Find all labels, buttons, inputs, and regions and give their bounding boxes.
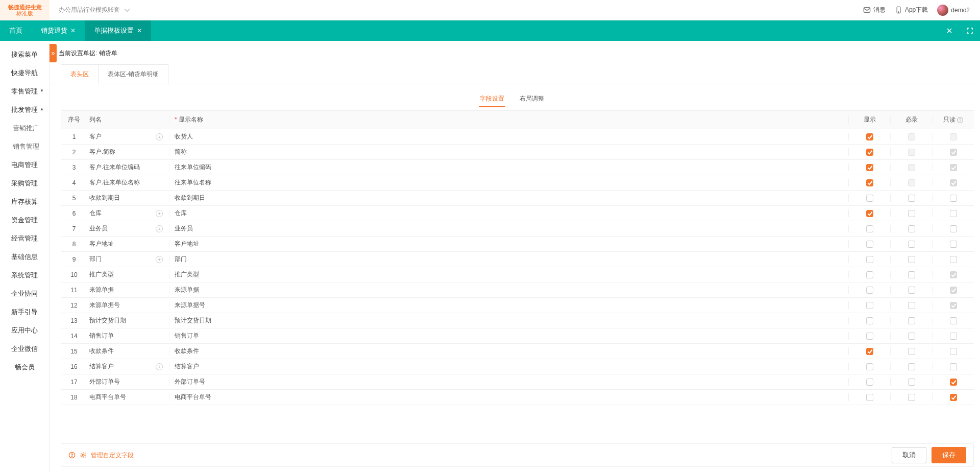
checkbox[interactable] [908, 363, 915, 370]
sidenav-item[interactable]: 搜索菜单 [0, 45, 49, 63]
checkbox[interactable] [866, 363, 873, 370]
checkbox[interactable] [908, 271, 915, 278]
sidenav-item[interactable]: 畅会员 [0, 358, 49, 376]
checkbox[interactable] [866, 195, 873, 202]
expand-sub-icon[interactable]: + [156, 225, 163, 232]
sidenav-item[interactable]: 新手引导 [0, 302, 49, 321]
area-tab[interactable]: 表体区-销货单明细 [99, 64, 168, 84]
cell-display-name[interactable]: 预计交货日期 [169, 316, 848, 325]
checkbox[interactable] [908, 317, 915, 324]
cell-display-name[interactable]: 外部订单号 [169, 377, 848, 386]
checkbox[interactable] [866, 317, 873, 324]
cell-display-name[interactable]: 仓库 [169, 209, 848, 218]
sidenav-item[interactable]: 基础信息 [0, 247, 49, 266]
sidenav-item[interactable]: 营销推广 [0, 119, 49, 137]
checkbox[interactable] [908, 348, 915, 355]
checkbox[interactable] [866, 133, 873, 140]
cell-display-name[interactable]: 电商平台单号 [169, 393, 848, 402]
checkbox[interactable] [866, 164, 873, 171]
sidenav-item[interactable]: 销售管理 [0, 137, 49, 155]
manage-custom-fields-link[interactable]: 管理自定义字段 [91, 451, 134, 460]
close-all-tabs-button[interactable] [939, 20, 960, 41]
page-tab[interactable]: 首页 [0, 20, 32, 41]
help-icon[interactable]: ? [957, 117, 963, 123]
sidenav-item[interactable]: 快捷导航 [0, 63, 49, 82]
sidenav-item[interactable]: 系统管理 [0, 266, 49, 284]
checkbox[interactable] [866, 379, 873, 386]
checkbox[interactable] [908, 256, 915, 263]
brand-logo[interactable]: 畅捷通好生意 标准版 [0, 0, 50, 20]
sidenav-item[interactable]: 采购管理 [0, 174, 49, 192]
fullscreen-button[interactable] [960, 20, 980, 41]
checkbox[interactable] [866, 256, 873, 263]
cell-display-name[interactable]: 简称 [169, 148, 848, 156]
checkbox[interactable] [866, 333, 873, 340]
app-download-link[interactable]: App下载 [895, 6, 928, 14]
expand-sub-icon[interactable]: + [156, 133, 163, 140]
cell-display-name[interactable]: 销售订单 [169, 332, 848, 340]
checkbox[interactable] [908, 302, 915, 309]
sidenav-item[interactable]: 电商管理 [0, 155, 49, 174]
cell-display-name[interactable]: 收款到期日 [169, 194, 848, 202]
checkbox[interactable] [866, 149, 873, 156]
sidenav-item[interactable]: 企业协同 [0, 284, 49, 302]
cell-display-name[interactable]: 推广类型 [169, 270, 848, 279]
checkbox[interactable] [908, 225, 915, 232]
checkbox[interactable] [950, 210, 957, 217]
checkbox[interactable] [866, 241, 873, 248]
page-tab[interactable]: 单据模板设置✕ [85, 20, 151, 41]
checkbox[interactable] [908, 394, 915, 401]
sidenav-item[interactable]: 零售管理▼ [0, 82, 49, 100]
sidenav-item[interactable]: 资金管理 [0, 210, 49, 229]
sidenav-item[interactable]: 应用中心 [0, 321, 49, 339]
banner-expand-handle[interactable]: » [50, 44, 57, 62]
sidenav-item[interactable]: 企业微信 [0, 339, 49, 358]
checkbox[interactable] [950, 363, 957, 370]
cell-display-name[interactable]: 收货人 [169, 132, 848, 141]
messages-link[interactable]: 消息 [863, 6, 886, 14]
cell-display-name[interactable]: 结算客户 [169, 362, 848, 371]
cell-display-name[interactable]: 来源单据 [169, 286, 848, 294]
sidenav-item[interactable]: 库存核算 [0, 192, 49, 210]
user-menu[interactable]: demo2 [937, 5, 970, 16]
checkbox[interactable] [950, 241, 957, 248]
cell-display-name[interactable]: 部门 [169, 255, 848, 264]
checkbox[interactable] [950, 317, 957, 324]
cell-display-name[interactable]: 往来单位名称 [169, 178, 848, 187]
checkbox[interactable] [908, 287, 915, 294]
tab-close-icon[interactable]: ✕ [137, 27, 142, 34]
cell-display-name[interactable]: 客户地址 [169, 240, 848, 248]
expand-sub-icon[interactable]: + [156, 363, 163, 370]
checkbox[interactable] [866, 271, 873, 278]
checkbox[interactable] [950, 195, 957, 202]
checkbox[interactable] [950, 379, 957, 386]
expand-sub-icon[interactable]: + [156, 256, 163, 263]
checkbox[interactable] [866, 394, 873, 401]
checkbox[interactable] [950, 394, 957, 401]
expand-sub-icon[interactable]: + [156, 210, 163, 217]
cell-display-name[interactable]: 往来单位编码 [169, 163, 848, 172]
sub-tab[interactable]: 布局调整 [519, 91, 545, 107]
cancel-button[interactable]: 取消 [892, 447, 926, 463]
checkbox[interactable] [908, 195, 915, 202]
checkbox[interactable] [908, 333, 915, 340]
checkbox[interactable] [866, 210, 873, 217]
checkbox[interactable] [950, 333, 957, 340]
sub-tab[interactable]: 字段设置 [479, 91, 505, 107]
cell-display-name[interactable]: 来源单据号 [169, 301, 848, 310]
area-tab[interactable]: 表头区 [61, 64, 99, 84]
checkbox[interactable] [950, 256, 957, 263]
sidenav-item[interactable]: 经营管理 [0, 229, 49, 247]
checkbox[interactable] [866, 225, 873, 232]
table-body[interactable]: 1客户+收货人2客户.简称简称3客户.往来单位编码往来单位编码4客户.往来单位名… [61, 129, 974, 438]
sidenav-item[interactable]: 批发管理▲ [0, 100, 49, 119]
cell-display-name[interactable]: 业务员 [169, 224, 848, 233]
page-tab[interactable]: 销货退货✕ [32, 20, 85, 41]
checkbox[interactable] [908, 241, 915, 248]
checkbox[interactable] [908, 210, 915, 217]
checkbox[interactable] [950, 348, 957, 355]
checkbox[interactable] [908, 379, 915, 386]
checkbox[interactable] [866, 179, 873, 186]
account-selector[interactable]: 办公用品行业模拟账套 [59, 6, 130, 14]
cell-display-name[interactable]: 收款条件 [169, 347, 848, 356]
